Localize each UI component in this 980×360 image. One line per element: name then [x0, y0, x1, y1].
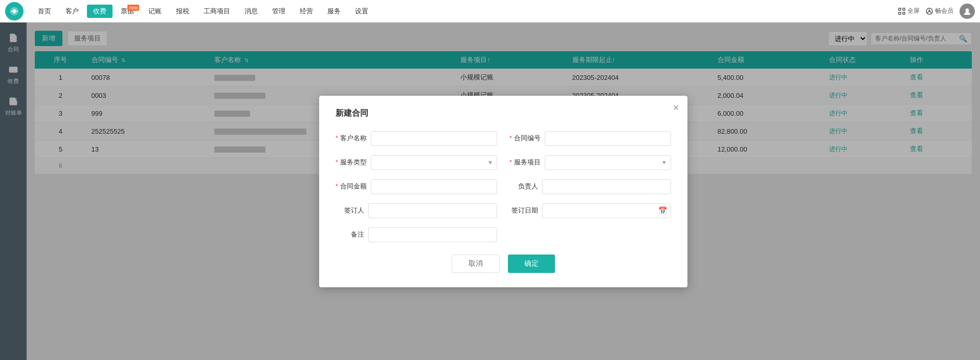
- remark-input[interactable]: [368, 227, 497, 242]
- service-type-select[interactable]: [371, 155, 497, 170]
- nav-business[interactable]: 工商项目: [197, 5, 236, 18]
- nav-home[interactable]: 首页: [32, 5, 57, 18]
- sign-date-label: 签订日期: [509, 206, 538, 215]
- customer-name-field: 客户名称: [336, 131, 497, 146]
- sidebar: 合同 收费 对账单: [0, 23, 27, 360]
- sign-date-input[interactable]: 2023-06-06: [542, 203, 671, 218]
- svg-point-5: [929, 9, 930, 11]
- sidebar-item-statement-label: 对账单: [5, 109, 22, 117]
- remark-label: 备注: [336, 230, 364, 239]
- service-item-field: 服务项目 ▼: [509, 155, 671, 170]
- sidebar-item-contract[interactable]: 合同: [0, 28, 27, 57]
- nav-customer[interactable]: 客户: [59, 5, 85, 18]
- top-nav: 首页 客户 收费 票据 new 记账 报税 工商项目 消息 管理 经营 服务 设…: [0, 0, 980, 23]
- form-row-2: 服务类型 ▼ 服务项目: [336, 155, 671, 170]
- avatar[interactable]: [960, 4, 975, 19]
- logo: [5, 2, 24, 20]
- layout: 合同 收费 对账单 新增 服务项目 进行中 已完成 已终止: [0, 23, 980, 360]
- form-row-1: 客户名称 合同编号: [336, 131, 671, 146]
- responsible-input[interactable]: [542, 179, 671, 194]
- signer-input[interactable]: [368, 203, 497, 218]
- confirm-button[interactable]: 确定: [508, 255, 555, 273]
- customer-name-input[interactable]: [371, 131, 497, 146]
- service-item-select-wrap: ▼: [545, 155, 671, 170]
- modal-title: 新建合同: [336, 108, 671, 119]
- modal-footer: 取消 确定: [336, 255, 671, 273]
- svg-rect-3: [903, 12, 905, 14]
- service-type-label: 服务类型: [336, 158, 367, 167]
- svg-rect-2: [899, 12, 901, 14]
- svg-point-6: [966, 8, 969, 12]
- new-contract-modal: 新建合同 ✕ 客户名称 合同编号 服务类型: [319, 96, 687, 287]
- fee-icon: [7, 63, 19, 76]
- contract-icon: [7, 32, 19, 44]
- customer-name-label: 客户名称: [336, 134, 367, 143]
- contract-no-field: 合同编号: [509, 131, 671, 146]
- sidebar-item-fee[interactable]: 收费: [0, 59, 27, 89]
- member-label: 畅会员: [935, 7, 953, 15]
- nav-bill[interactable]: 票据 new: [115, 5, 140, 18]
- service-item-label: 服务项目: [509, 158, 541, 167]
- svg-rect-9: [9, 67, 18, 73]
- contract-amount-label: 合同金额: [336, 182, 367, 191]
- remark-field: 备注: [336, 227, 497, 242]
- responsible-field: 负责人: [509, 179, 671, 194]
- fullscreen-btn[interactable]: 全屏: [898, 7, 920, 15]
- member-btn[interactable]: 畅会员: [926, 7, 953, 15]
- service-type-field: 服务类型 ▼: [336, 155, 497, 170]
- nav-right: 全屏 畅会员: [898, 4, 975, 19]
- service-item-select[interactable]: [545, 155, 671, 170]
- signer-label: 签订人: [336, 206, 364, 215]
- sign-date-field: 签订日期 2023-06-06 📅: [509, 203, 671, 218]
- nav-service[interactable]: 服务: [321, 5, 347, 18]
- signer-field: 签订人: [336, 203, 497, 218]
- svg-rect-0: [899, 8, 901, 10]
- sign-date-wrap: 2023-06-06 📅: [542, 203, 671, 218]
- form-row-5: 备注: [336, 227, 671, 242]
- nav-bookkeeping[interactable]: 记账: [142, 5, 168, 18]
- contract-no-label: 合同编号: [509, 134, 541, 143]
- statement-icon: [7, 95, 19, 108]
- fullscreen-label: 全屏: [907, 7, 920, 15]
- modal-close-button[interactable]: ✕: [673, 103, 679, 113]
- sidebar-item-statement[interactable]: 对账单: [0, 91, 27, 121]
- nav-settings[interactable]: 设置: [349, 5, 374, 18]
- form-row-3: 合同金额 0.00 负责人: [336, 179, 671, 194]
- modal-overlay: 新建合同 ✕ 客户名称 合同编号 服务类型: [27, 23, 980, 360]
- contract-no-input[interactable]: [545, 131, 671, 146]
- form-row-4: 签订人 签订日期 2023-06-06 📅: [336, 203, 671, 218]
- nav-items: 首页 客户 收费 票据 new 记账 报税 工商项目 消息 管理 经营 服务 设…: [32, 5, 898, 18]
- nav-tax[interactable]: 报税: [170, 5, 195, 18]
- nav-manage[interactable]: 管理: [266, 5, 292, 18]
- contract-amount-field: 合同金额 0.00: [336, 179, 497, 194]
- service-type-select-wrap: ▼: [371, 155, 497, 170]
- sidebar-item-contract-label: 合同: [8, 46, 19, 53]
- sidebar-item-fee-label: 收费: [8, 77, 19, 85]
- new-badge: new: [127, 5, 139, 11]
- contract-amount-input[interactable]: 0.00: [371, 179, 497, 194]
- svg-rect-1: [903, 8, 905, 10]
- main-content: 新增 服务项目 进行中 已完成 已终止 🔍 序号: [27, 23, 980, 360]
- nav-fee[interactable]: 收费: [87, 5, 113, 18]
- cancel-button[interactable]: 取消: [452, 255, 500, 273]
- responsible-label: 负责人: [509, 182, 538, 191]
- nav-message[interactable]: 消息: [238, 5, 264, 18]
- nav-operation[interactable]: 经营: [294, 5, 319, 18]
